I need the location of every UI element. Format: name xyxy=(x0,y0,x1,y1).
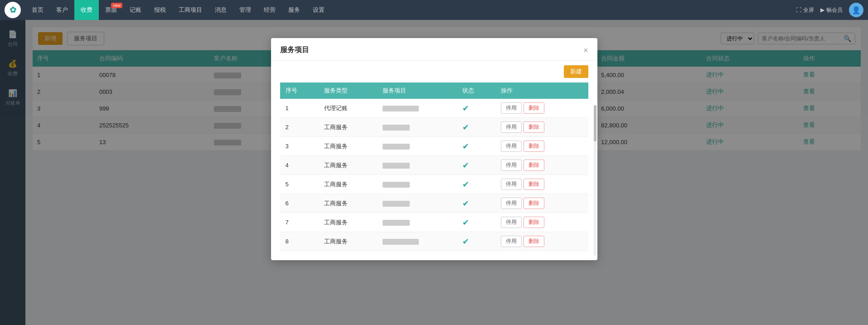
inner-seq: 8 xyxy=(280,232,319,251)
inner-project: ■■■■■1 xyxy=(377,99,457,118)
inner-project: ■■■■■■ xyxy=(377,137,457,156)
nav-right: ⛶ 全屏 ▶ 畅会员 👤 xyxy=(796,3,863,17)
status-check-icon: ✔ xyxy=(462,180,469,189)
nav-item-jizhang[interactable]: 记账 xyxy=(123,0,148,20)
inner-actions: 停用删除 xyxy=(495,213,588,232)
delete-button[interactable]: 删除 xyxy=(524,179,544,190)
inner-seq: 3 xyxy=(280,137,319,156)
inner-status: ✔ xyxy=(457,137,495,156)
nav-item-client[interactable]: 客户 xyxy=(50,0,74,20)
dialog-body[interactable]: 序号服务类型服务项目状态操作 1代理记账■■■■■1✔停用删除2工商服务■■■■… xyxy=(271,82,597,260)
status-check-icon: ✔ xyxy=(462,123,469,132)
inner-status: ✔ xyxy=(457,118,495,137)
inner-status: ✔ xyxy=(457,175,495,194)
nav-item-baoshui[interactable]: 报税 xyxy=(148,0,172,20)
inner-header-row: 序号服务类型服务项目状态操作 xyxy=(280,82,588,99)
inner-status: ✔ xyxy=(457,232,495,251)
inner-project: ■■注册 xyxy=(377,232,457,251)
fullscreen-btn[interactable]: ⛶ 全屏 xyxy=(796,6,814,14)
delete-button[interactable]: 删除 xyxy=(524,121,544,133)
inner-type: 工商服务 xyxy=(319,156,377,175)
inner-actions: 停用删除 xyxy=(495,175,588,194)
nav-item-shezhi[interactable]: 设置 xyxy=(306,0,331,20)
status-check-icon: ✔ xyxy=(462,237,469,246)
table-row: 5工商服务■■■■■■✔停用删除 xyxy=(280,175,588,194)
scrollbar-track[interactable] xyxy=(594,105,596,256)
inner-table-body: 1代理记账■■■■■1✔停用删除2工商服务■■■■■■✔停用删除3工商服务■■■… xyxy=(280,99,588,251)
dialog-header: 服务项目 × xyxy=(271,38,597,61)
top-nav: ✿ 首页客户收费票据new记账报税工商项目消息管理经营服务设置 ⛶ 全屏 ▶ 畅… xyxy=(0,0,868,20)
inner-actions: 停用删除 xyxy=(495,137,588,156)
member-icon: ▶ xyxy=(820,7,824,13)
status-check-icon: ✔ xyxy=(462,199,469,208)
nav-item-guanli[interactable]: 管理 xyxy=(233,0,257,20)
stop-button[interactable]: 停用 xyxy=(501,160,522,171)
avatar[interactable]: 👤 xyxy=(849,3,863,17)
inner-status: ✔ xyxy=(457,213,495,232)
delete-button[interactable]: 删除 xyxy=(524,102,544,114)
inner-type: 工商服务 xyxy=(319,175,377,194)
delete-button[interactable]: 删除 xyxy=(524,217,544,228)
inner-actions: 停用删除 xyxy=(495,156,588,175)
service-items-table: 序号服务类型服务项目状态操作 1代理记账■■■■■1✔停用删除2工商服务■■■■… xyxy=(280,82,588,251)
inner-type: 工商服务 xyxy=(319,232,377,251)
member-btn[interactable]: ▶ 畅会员 xyxy=(820,6,843,14)
status-check-icon: ✔ xyxy=(462,161,469,170)
nav-item-home[interactable]: 首页 xyxy=(25,0,50,20)
inner-col-序号: 序号 xyxy=(280,82,319,99)
stop-button[interactable]: 停用 xyxy=(501,102,522,114)
inner-project: ■■■■■■ xyxy=(377,213,457,232)
inner-actions: 停用删除 xyxy=(495,118,588,137)
service-dialog: 服务项目 × 新建 序号服务类型服务项目状态操作 1代理记账■■■■■1✔停用删… xyxy=(271,38,597,260)
nav-item-xiaoxi[interactable]: 消息 xyxy=(209,0,233,20)
inner-project: ■■■■■■ xyxy=(377,156,457,175)
inner-type: 工商服务 xyxy=(319,194,377,213)
inner-seq: 6 xyxy=(280,194,319,213)
table-row: 2工商服务■■■■■■✔停用删除 xyxy=(280,118,588,137)
inner-seq: 5 xyxy=(280,175,319,194)
inner-table-header: 序号服务类型服务项目状态操作 xyxy=(280,82,588,99)
inner-col-操作: 操作 xyxy=(495,82,588,99)
scrollbar-thumb[interactable] xyxy=(594,105,596,141)
inner-type: 工商服务 xyxy=(319,213,377,232)
nav-item-gongshang[interactable]: 工商项目 xyxy=(172,0,209,20)
inner-seq: 7 xyxy=(280,213,319,232)
stop-button[interactable]: 停用 xyxy=(501,217,522,228)
nav-item-jingying[interactable]: 经营 xyxy=(257,0,282,20)
dialog-title: 服务项目 xyxy=(280,45,309,55)
stop-button[interactable]: 停用 xyxy=(501,141,522,152)
stop-button[interactable]: 停用 xyxy=(501,198,522,209)
table-row: 7工商服务■■■■■■✔停用删除 xyxy=(280,213,588,232)
inner-type: 工商服务 xyxy=(319,137,377,156)
inner-status: ✔ xyxy=(457,194,495,213)
delete-button[interactable]: 删除 xyxy=(524,141,544,152)
status-check-icon: ✔ xyxy=(462,104,469,113)
nav-items: 首页客户收费票据new记账报税工商项目消息管理经营服务设置 xyxy=(25,0,796,20)
inner-type: 工商服务 xyxy=(319,118,377,137)
nav-badge-piao: new xyxy=(111,3,122,8)
dialog-close-button[interactable]: × xyxy=(583,46,588,54)
table-row: 4工商服务■■■■■■✔停用删除 xyxy=(280,156,588,175)
nav-item-piao[interactable]: 票据new xyxy=(99,0,123,20)
stop-button[interactable]: 停用 xyxy=(501,179,522,190)
status-check-icon: ✔ xyxy=(462,142,469,151)
inner-actions: 停用删除 xyxy=(495,194,588,213)
dialog-toolbar: 新建 xyxy=(271,61,597,82)
dialog-new-button[interactable]: 新建 xyxy=(564,65,588,78)
inner-status: ✔ xyxy=(457,99,495,118)
stop-button[interactable]: 停用 xyxy=(501,121,522,133)
nav-item-shoufei[interactable]: 收费 xyxy=(74,0,99,20)
overlay[interactable]: 服务项目 × 新建 序号服务类型服务项目状态操作 1代理记账■■■■■1✔停用删… xyxy=(0,20,868,325)
delete-button[interactable]: 删除 xyxy=(524,160,544,171)
inner-col-服务类型: 服务类型 xyxy=(319,82,377,99)
table-row: 6工商服务■■■■■■✔停用删除 xyxy=(280,194,588,213)
inner-type: 代理记账 xyxy=(319,99,377,118)
stop-button[interactable]: 停用 xyxy=(501,236,522,247)
table-row: 1代理记账■■■■■1✔停用删除 xyxy=(280,99,588,118)
inner-col-服务项目: 服务项目 xyxy=(377,82,457,99)
delete-button[interactable]: 删除 xyxy=(524,236,544,247)
inner-project: ■■■■■■ xyxy=(377,118,457,137)
delete-button[interactable]: 删除 xyxy=(524,198,544,209)
inner-seq: 2 xyxy=(280,118,319,137)
nav-item-fuwu[interactable]: 服务 xyxy=(282,0,306,20)
